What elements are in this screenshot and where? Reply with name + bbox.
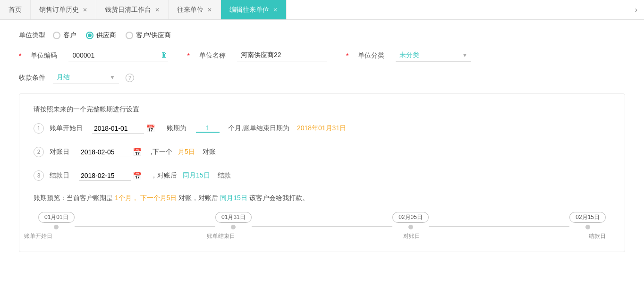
timeline-sublabel-2: 账单结束日 [207,232,235,240]
step-1-date-wrap: 📅 [92,124,155,134]
unit-type-radio-group: 客户 供应商 客户/供应商 [53,31,171,40]
timeline-sublabel-4: 结款日 [589,232,606,240]
preview-part5: 该客户会给我打款。 [249,194,309,202]
timeline-sublabel-1: 账单开始日 [24,232,52,240]
timeline-dot-1 [54,225,59,229]
timeline-sublabel-4-wrap: 结款日 [589,232,606,240]
unit-code-input[interactable] [68,50,159,61]
unit-category-group: * 单位分类 未分类 ▼ [346,49,471,62]
unit-code-input-wrap: 🗎 [68,50,168,61]
step-2-calendar-icon[interactable]: 📅 [133,148,142,157]
unit-type-row: 单位类型 客户 供应商 客户/供应商 [19,31,625,40]
preview-label: 账期预览：当前客户账期是 [34,194,113,202]
step-2-suffix: 对账 [203,148,216,156]
unit-type-label: 单位类型 [19,31,45,40]
payment-terms-select[interactable]: 月结 ▼ [53,71,119,84]
step-2-date-input[interactable] [79,147,131,157]
radio-customer[interactable]: 客户 [53,31,76,40]
close-cash-work-icon[interactable]: ✕ [155,7,160,13]
timeline-dot-2 [231,225,236,229]
unit-name-group: * 单位名称 [187,50,327,61]
step-1-calendar-icon[interactable]: 📅 [146,124,155,133]
period-settings-section: 请按照未来的一个完整帐期进行设置 1 账单开始日 📅 账期为 个月,账单结束日期… [19,93,625,252]
timeline-line-3 [429,226,569,227]
unit-category-select[interactable]: 未分类 ▼ [396,49,471,62]
step-3-date-wrap: 📅 [79,171,142,181]
unit-info-row: * 单位编码 🗎 * 单位名称 * 单位分类 未分类 ▼ [19,49,625,62]
step-row-3: 3 结款日 📅 ，对账后 同月15日 结款 [34,170,610,181]
help-icon[interactable]: ? [126,74,134,82]
preview-part2: 下一个月5日 [140,194,177,202]
tab-cash-work[interactable]: 钱货日清工作台 ✕ [96,0,169,19]
step-label-3: 结款日 [50,171,69,180]
step-1-suffix: 个月,账单结束日期为 [228,124,289,133]
close-sales-history-icon[interactable]: ✕ [83,7,87,13]
timeline-line-1 [75,226,215,227]
radio-customer-supplier-circle [126,32,133,39]
unit-category-star: * [346,52,348,59]
unit-name-input[interactable] [237,50,327,61]
step-2-prefix: ,下一个 [151,148,172,156]
timeline-line-2 [252,226,392,227]
timeline-node-1: 01月01日 [38,212,75,229]
radio-supplier-label: 供应商 [96,31,116,40]
radio-customer-supplier-label: 客户/供应商 [136,31,171,40]
tab-partners[interactable]: 往来单位 ✕ [169,0,221,19]
tab-edit-partner-label: 编辑往来单位 [229,6,269,14]
step-1-end-date: 2018年01月31日 [297,124,346,133]
unit-code-star: * [19,52,21,59]
timeline-date-4: 02月15日 [569,212,606,223]
step-3-suffix: 结款 [218,171,231,180]
preview-part4: 同月15日 [220,194,247,202]
step-2-highlight: 月5日 [178,148,195,156]
tab-edit-partner[interactable]: 编辑往来单位 ✕ [221,0,287,19]
tab-home[interactable]: 首页 [0,0,31,19]
tab-sales-history[interactable]: 销售订单历史 ✕ [31,0,96,19]
timeline-date-3: 02月05日 [392,212,429,223]
payment-terms-arrow-icon: ▼ [110,74,115,81]
timeline-dot-3 [408,225,413,229]
unit-category-value: 未分类 [399,51,459,59]
step-3-highlight: 同月15日 [183,171,210,180]
close-partners-icon[interactable]: ✕ [207,7,212,13]
step-row-2: 2 对账日 📅 ,下一个 月5日 对账 [34,147,610,157]
step-3-date-input[interactable] [79,171,131,181]
step-1-period-input[interactable] [196,124,220,133]
unit-category-arrow-icon: ▼ [462,52,467,59]
radio-supplier-circle [86,32,93,39]
step-num-3: 3 [34,170,44,181]
step-3-prefix: ，对账后 [151,171,177,180]
timeline-sublabels-row: 账单开始日 账单结束日 对账日 结款日 [38,232,606,240]
preview-part3: 对账，对账后 [178,194,218,202]
close-edit-partner-icon[interactable]: ✕ [273,7,278,13]
timeline-node-4: 02月15日 [569,212,606,229]
timeline-container: 01月01日 01月31日 02月05日 02月15日 [34,212,610,240]
step-label-2: 对账日 [50,148,69,156]
preview-part1: 1个月， [115,194,138,202]
step-3-calendar-icon[interactable]: 📅 [133,171,142,180]
preview-text: 账期预览：当前客户账期是 1个月， 下一个月5日 对账，对账后 同月15日 该客… [34,194,610,203]
unit-category-label: 单位分类 [358,51,384,60]
tab-cash-work-label: 钱货日清工作台 [105,6,151,14]
step-num-2: 2 [34,147,44,157]
timeline-date-1: 01月01日 [38,212,75,223]
tab-home-label: 首页 [8,6,22,14]
step-num-1: 1 [34,123,44,134]
step-row-1: 1 账单开始日 📅 账期为 个月,账单结束日期为 2018年01月31日 [34,123,610,134]
tab-partners-label: 往来单位 [177,6,203,14]
tabs-more-button[interactable]: › [628,6,644,14]
payment-terms-row: 收款条件 月结 ▼ ? [19,71,625,84]
tabs-bar: 首页 销售订单历史 ✕ 钱货日清工作台 ✕ 往来单位 ✕ 编辑往来单位 ✕ › [0,0,644,20]
unit-code-label: 单位编码 [31,51,57,60]
radio-supplier[interactable]: 供应商 [86,31,116,40]
unit-code-group: * 单位编码 🗎 [19,50,168,61]
radio-customer-supplier[interactable]: 客户/供应商 [126,31,171,40]
main-content: 单位类型 客户 供应商 客户/供应商 * 单位编码 🗎 [0,20,644,287]
timeline-date-2: 01月31日 [215,212,252,223]
timeline-node-3: 02月05日 [392,212,429,229]
unit-name-label: 单位名称 [199,51,226,60]
timeline-badges-row: 01月01日 01月31日 02月05日 02月15日 [38,212,606,229]
timeline-dot-4 [585,225,590,229]
step-1-date-input[interactable] [92,124,144,134]
unit-code-copy-icon[interactable]: 🗎 [161,51,168,59]
